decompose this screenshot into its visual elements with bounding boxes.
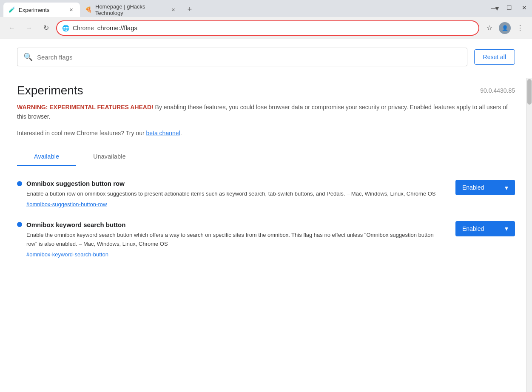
nav-bar: ← → ↻ 🌐 Chrome ☆ 👤 ⋮	[0, 17, 532, 39]
flag-left-2: Omnibox keyword search button Enable the…	[17, 221, 445, 258]
flag-dropdown-1[interactable]: Enabled ▾	[455, 180, 515, 195]
tab-bar: 🧪 Experiments ✕ 🍕 Homepage | gHacks Tech…	[3, 3, 196, 17]
profile-button[interactable]: 👤	[498, 21, 512, 35]
flag-right-2: Enabled ▾	[455, 221, 515, 236]
dropdown-arrow-2: ▾	[505, 224, 508, 233]
experiments-content: Experiments 90.0.4430.85 WARNING: EXPERI…	[0, 75, 532, 288]
flag-link-2[interactable]: #omnibox-keyword-search-button	[26, 251, 445, 258]
search-flags-bar: 🔍 Reset all	[0, 39, 532, 75]
warning-bold-text: WARNING: EXPERIMENTAL FEATURES AHEAD!	[17, 104, 154, 111]
bookmark-button[interactable]: ☆	[483, 21, 496, 35]
dropdown-arrow-1: ▾	[505, 184, 508, 192]
beta-suffix: .	[180, 130, 182, 136]
flag-left-1: Omnibox suggestion button row Enable a b…	[17, 180, 445, 207]
address-input[interactable]	[97, 24, 473, 31]
experiments-header: Experiments 90.0.4430.85	[17, 84, 515, 97]
page-title: Experiments	[17, 84, 83, 97]
new-tab-button[interactable]: +	[184, 3, 196, 15]
version-label: 90.0.4430.85	[480, 87, 515, 94]
flag-dot-2	[17, 222, 22, 227]
profile-avatar: 👤	[499, 22, 511, 34]
flag-right-1: Enabled ▾	[455, 180, 515, 195]
interest-paragraph: Interested in cool new Chrome features? …	[17, 128, 515, 138]
search-flags-input-wrap[interactable]: 🔍	[17, 48, 467, 66]
interest-text: Interested in cool new Chrome features? …	[17, 130, 146, 136]
nav-right-buttons: ☆ 👤 ⋮	[483, 21, 527, 35]
tab-unavailable[interactable]: Unavailable	[76, 148, 142, 166]
title-bar: 🧪 Experiments ✕ 🍕 Homepage | gHacks Tech…	[0, 0, 532, 17]
reload-button[interactable]: ↻	[39, 21, 53, 35]
search-flags-input[interactable]	[37, 54, 461, 61]
ghacks-favicon: 🍕	[85, 6, 92, 13]
forward-button[interactable]: →	[22, 21, 36, 35]
flag-title-2: Omnibox keyword search button	[26, 221, 125, 228]
scrollbar[interactable]	[526, 78, 532, 392]
flag-dot-1	[17, 181, 22, 186]
flag-dropdown-label-1: Enabled	[462, 184, 484, 191]
chrome-menu-button[interactable]: ⋮	[513, 21, 527, 35]
tab-ghacks-label: Homepage | gHacks Technology	[95, 3, 167, 16]
flag-dropdown-label-2: Enabled	[462, 225, 484, 232]
flag-dropdown-2[interactable]: Enabled ▾	[455, 221, 515, 236]
page-content: 🔍 Reset all Experiments 90.0.4430.85 WAR…	[0, 39, 532, 392]
flag-desc-1: Enable a button row on omnibox suggestio…	[26, 190, 445, 199]
maximize-button[interactable]: ☐	[505, 3, 513, 12]
tab-experiments[interactable]: 🧪 Experiments ✕	[3, 3, 80, 17]
flag-item-omnibox-keyword: Omnibox keyword search button Enable the…	[17, 221, 515, 258]
tab-ghacks[interactable]: 🍕 Homepage | gHacks Technology ✕	[80, 3, 182, 17]
flag-title-row-2: Omnibox keyword search button	[17, 221, 445, 228]
search-icon: 🔍	[23, 52, 33, 62]
flag-title-1: Omnibox suggestion button row	[26, 180, 125, 187]
warning-paragraph: WARNING: EXPERIMENTAL FEATURES AHEAD! By…	[17, 102, 515, 122]
tab-experiments-label: Experiments	[19, 7, 49, 13]
close-button[interactable]: ✕	[520, 3, 529, 12]
tab-available[interactable]: Available	[17, 148, 76, 166]
tab-experiments-close[interactable]: ✕	[67, 6, 75, 14]
flag-link-1[interactable]: #omnibox-suggestion-button-row	[26, 201, 445, 207]
tab-ghacks-close[interactable]: ✕	[170, 6, 177, 14]
flag-item-omnibox-suggestion: Omnibox suggestion button row Enable a b…	[17, 180, 515, 207]
back-button[interactable]: ←	[5, 21, 19, 35]
flag-title-row-1: Omnibox suggestion button row	[17, 180, 445, 187]
site-icon: 🌐	[62, 25, 69, 31]
beta-channel-link[interactable]: beta channel	[146, 130, 180, 136]
window-controls: — ☐ ✕	[489, 3, 529, 12]
flag-desc-2: Enable the omnibox keyword search button…	[26, 231, 445, 249]
minimize-button[interactable]: —	[489, 3, 498, 12]
site-label: Chrome	[73, 25, 94, 31]
scrollbar-thumb[interactable]	[527, 79, 532, 105]
flags-tabs-row: Available Unavailable	[17, 148, 515, 166]
reset-all-button[interactable]: Reset all	[474, 49, 515, 65]
address-bar[interactable]: 🌐 Chrome	[56, 20, 479, 36]
experiments-favicon: 🧪	[9, 6, 15, 13]
